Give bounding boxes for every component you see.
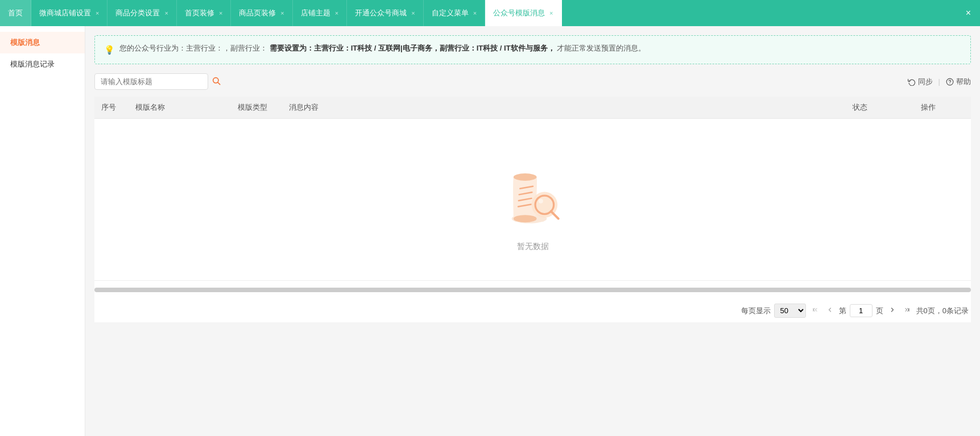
col-header-name: 模版名称 (129, 97, 231, 119)
next-page-icon (889, 306, 896, 313)
tab-open-mall[interactable]: 开通公众号商城 × (347, 0, 423, 26)
search-icon (212, 76, 221, 85)
tab-category-settings[interactable]: 商品分类设置 × (107, 0, 176, 26)
first-page-icon (812, 306, 818, 313)
tab-template-msg-label: 公众号模版消息 (493, 8, 545, 18)
global-close-button[interactable]: × (957, 8, 980, 18)
svg-point-5 (513, 173, 536, 181)
sync-icon (908, 78, 916, 86)
close-icon[interactable]: × (335, 10, 338, 16)
empty-state: 暂无数据 (101, 124, 964, 275)
page-size-label: 每页显示 (741, 306, 771, 316)
help-button[interactable]: 帮助 (946, 77, 971, 87)
search-button[interactable] (212, 76, 221, 87)
pagination-bar: 每页显示 50 20 100 第 页 (94, 299, 971, 322)
search-left (94, 73, 221, 90)
prev-page-button[interactable] (824, 305, 836, 316)
tab-weshop-settings[interactable]: 微商城店铺设置 × (31, 0, 107, 26)
help-label: 帮助 (956, 77, 971, 87)
help-icon (946, 78, 954, 86)
col-header-type: 模版类型 (231, 97, 282, 119)
close-icon[interactable]: × (411, 10, 415, 16)
close-icon[interactable]: × (96, 10, 99, 16)
notice-box: 💡 您的公众号行业为：主营行业：，副营行业： 需要设置为：主营行业：IT科技 /… (94, 35, 971, 64)
tab-home-label: 首页 (8, 8, 23, 18)
col-header-status: 状态 (846, 97, 914, 119)
tab-custom-menu[interactable]: 自定义菜单 × (424, 0, 485, 26)
page-size-select[interactable]: 50 20 100 (774, 304, 806, 318)
svg-point-6 (513, 215, 536, 222)
sidebar-item-template-msg-log[interactable]: 模版消息记录 (0, 53, 85, 75)
sync-button[interactable]: 同步 (908, 77, 933, 87)
last-page-icon (904, 306, 911, 313)
sidebar-item-template-msg[interactable]: 模版消息 (0, 32, 85, 53)
tab-homepage-label: 首页装修 (185, 8, 214, 18)
total-info: 共0页，0条记录 (916, 306, 969, 316)
table-header: 序号 模版名称 模版类型 消息内容 状态 操作 (94, 97, 971, 119)
search-bar: 同步 | 帮助 (94, 73, 971, 90)
sync-label: 同步 (918, 77, 933, 87)
search-right: 同步 | 帮助 (908, 77, 971, 87)
last-page-button[interactable] (902, 305, 913, 316)
tab-custom-menu-label: 自定义菜单 (432, 8, 469, 18)
data-table: 序号 模版名称 模版类型 消息内容 状态 操作 (94, 97, 971, 281)
close-icon[interactable]: × (164, 10, 168, 16)
content-area: 💡 您的公众号行业为：主营行业：，副营行业： 需要设置为：主营行业：IT科技 /… (85, 26, 980, 436)
main-layout: 模版消息 模版消息记录 💡 您的公众号行业为：主营行业：，副营行业： 需要设置为… (0, 26, 980, 436)
prev-page-icon (826, 306, 833, 313)
col-header-seq: 序号 (94, 97, 129, 119)
close-icon[interactable]: × (280, 10, 284, 16)
tab-shop-theme[interactable]: 店铺主题 × (293, 0, 347, 26)
lightbulb-icon: 💡 (104, 43, 115, 57)
tab-category-label: 商品分类设置 (115, 8, 160, 18)
col-header-action: 操作 (914, 97, 971, 119)
col-header-content: 消息内容 (282, 97, 846, 119)
sidebar: 模版消息 模版消息记录 (0, 26, 85, 436)
tab-product-label: 商品页装修 (239, 8, 276, 18)
tab-home[interactable]: 首页 (0, 0, 31, 26)
close-icon[interactable]: × (219, 10, 222, 16)
page-number-input[interactable] (850, 304, 873, 317)
empty-state-cell: 暂无数据 (94, 119, 971, 281)
empty-illustration (496, 159, 570, 232)
svg-point-14 (538, 199, 543, 204)
horizontal-scrollbar[interactable] (94, 288, 971, 292)
first-page-button[interactable] (809, 305, 821, 316)
tab-product-deco[interactable]: 商品页装修 × (231, 0, 292, 26)
close-icon[interactable]: × (549, 10, 553, 16)
table-body: 暂无数据 (94, 119, 971, 281)
close-icon[interactable]: × (473, 10, 477, 16)
tab-shop-theme-label: 店铺主题 (301, 8, 330, 18)
notice-text-after: 才能正常发送预置的消息。 (557, 44, 646, 52)
tab-template-msg[interactable]: 公众号模版消息 × (485, 0, 561, 26)
notice-text-before: 您的公众号行业为：主营行业：，副营行业： (119, 44, 267, 52)
divider: | (938, 77, 940, 86)
top-nav: 首页 微商城店铺设置 × 商品分类设置 × 首页装修 × 商品页装修 × 店铺主… (0, 0, 980, 26)
empty-text: 暂无数据 (517, 242, 549, 252)
svg-line-1 (218, 82, 220, 85)
tab-weshop-label: 微商城店铺设置 (39, 8, 91, 18)
page-unit: 页 (876, 306, 883, 316)
tab-open-mall-label: 开通公众号商城 (355, 8, 407, 18)
page-word: 第 (839, 306, 846, 316)
notice-text: 您的公众号行业为：主营行业：，副营行业： 需要设置为：主营行业：IT科技 / 互… (119, 43, 646, 55)
next-page-button[interactable] (887, 305, 898, 316)
search-input[interactable] (94, 73, 208, 90)
tab-homepage-deco[interactable]: 首页装修 × (177, 0, 231, 26)
notice-text-highlight: 需要设置为：主营行业：IT科技 / 互联网|电子商务，副营行业：IT科技 / I… (270, 44, 555, 52)
